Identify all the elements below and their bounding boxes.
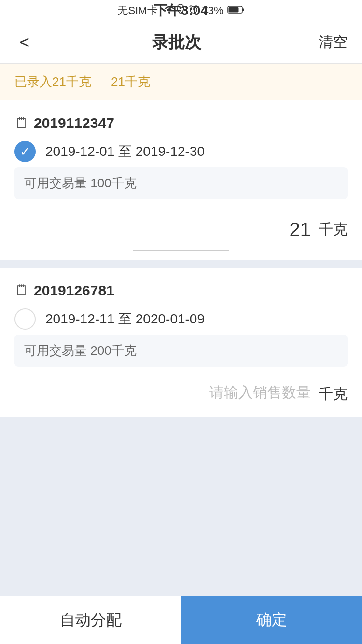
status-bar: 无SIM卡 下午3:04 73% bbox=[0, 0, 362, 21]
batch-2-unit: 千克 bbox=[319, 384, 348, 404]
batch-1-quantity-row: 21 千克 bbox=[0, 209, 362, 250]
page-title: 录批次 bbox=[152, 31, 201, 54]
summary-divider bbox=[101, 75, 101, 89]
batch-2-icon: 🗒 bbox=[14, 282, 29, 299]
batch-2-header: 🗒 2019126781 bbox=[0, 268, 362, 304]
batch-1-quantity-value: 21 bbox=[290, 219, 311, 240]
nav-bar: < 录批次 清空 bbox=[0, 21, 362, 64]
sim-text: 无SIM卡 bbox=[117, 3, 157, 18]
batch-2-availability: 可用交易量 200千克 bbox=[14, 335, 348, 367]
batch-2-row[interactable]: 2019-12-11 至 2020-01-09 bbox=[0, 304, 362, 335]
clear-button[interactable]: 清空 bbox=[319, 32, 348, 52]
status-bar-time: 下午3:04 bbox=[154, 1, 208, 20]
batch-1-row[interactable]: 2019-12-01 至 2019-12-30 bbox=[0, 136, 362, 167]
summary-value: 21千克 bbox=[111, 73, 150, 90]
batch-1-availability: 可用交易量 100千克 bbox=[14, 167, 348, 199]
section-separator bbox=[0, 260, 362, 268]
back-button[interactable]: < bbox=[14, 28, 34, 57]
batch-1-icon: 🗒 bbox=[14, 115, 29, 131]
batch-1-header: 🗒 2019112347 bbox=[0, 100, 362, 136]
svg-rect-4 bbox=[242, 8, 244, 11]
recorded-label: 已录入21千克 bbox=[14, 73, 91, 90]
batch-1-checkbox[interactable] bbox=[14, 141, 36, 162]
batch-2-date: 2019-12-11 至 2020-01-09 bbox=[45, 310, 205, 328]
batch-1-quantity-unit: 千克 bbox=[319, 220, 348, 239]
bottom-bar: 自动分配 确定 bbox=[0, 596, 362, 644]
auto-distribute-button[interactable]: 自动分配 bbox=[0, 596, 181, 644]
batch-item-1: 🗒 2019112347 2019-12-01 至 2019-12-30 可用交… bbox=[0, 100, 362, 260]
batch-1-date: 2019-12-01 至 2019-12-30 bbox=[45, 142, 205, 161]
battery-icon bbox=[227, 4, 245, 17]
batch-1-id: 2019112347 bbox=[34, 115, 114, 131]
batch-2-quantity-row: 千克 bbox=[0, 377, 362, 412]
svg-rect-5 bbox=[228, 7, 238, 13]
confirm-button[interactable]: 确定 bbox=[181, 596, 362, 644]
batch-2-checkbox[interactable] bbox=[14, 308, 36, 330]
batch-item-2: 🗒 2019126781 2019-12-11 至 2020-01-09 可用交… bbox=[0, 268, 362, 417]
summary-bar: 已录入21千克 21千克 bbox=[0, 64, 362, 100]
empty-area bbox=[0, 417, 362, 610]
batch-2-quantity-input[interactable] bbox=[166, 384, 311, 404]
batch-2-id: 2019126781 bbox=[34, 282, 114, 299]
